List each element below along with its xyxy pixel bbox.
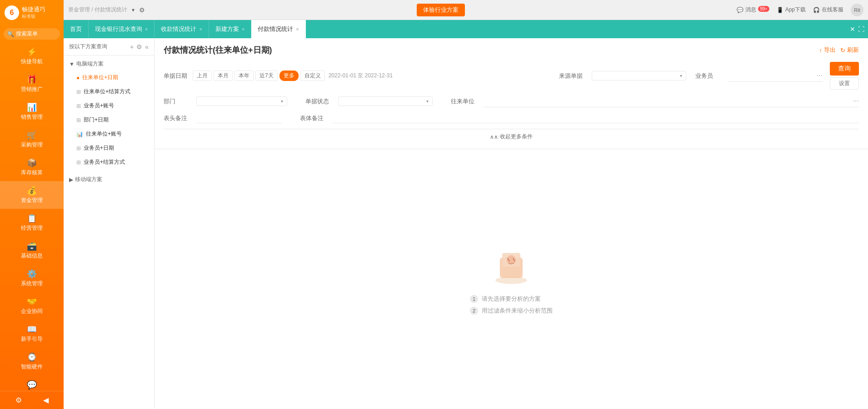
more-btn[interactable]: 更多 (279, 71, 299, 81)
this-year-btn[interactable]: 本年 (234, 71, 254, 81)
settings-bottom-btn[interactable]: ⚙ (15, 396, 22, 404)
salesperson-input[interactable]: ··· (728, 70, 823, 82)
source-doc-group: 来源单据 ▾ (559, 71, 686, 81)
query-btn[interactable]: 查询 (830, 62, 859, 76)
sidebar-item-guide[interactable]: 📖 新手引导 (0, 320, 64, 348)
date-range-text: 2022-01-01 至 2022-12-31 (329, 72, 393, 80)
head-note-input[interactable] (196, 113, 282, 123)
partner-group: 往来单位 ··· (451, 95, 859, 107)
basic-icon: 🗃️ (27, 241, 37, 251)
filter-setting-btn[interactable]: 设置 (830, 77, 859, 90)
scheme-item-partner-settle[interactable]: ⊞ 往来单位+结算方式 (64, 85, 154, 99)
filter-section: 付款情况统计(往来单位+日期) ↑ 导出 ↻ 刷新 单据日期 (155, 38, 868, 149)
hardware-icon: ⌚ (27, 352, 37, 362)
search-menu-input[interactable]: 🔍 搜索菜单 (4, 28, 60, 40)
sidebar-item-inventory[interactable]: 📦 库存核算 (0, 153, 64, 181)
content-area: 付款情况统计(往来单位+日期) ↑ 导出 ↻ 刷新 单据日期 (155, 38, 868, 409)
page-title-row: 付款情况统计(往来单位+日期) ↑ 导出 ↻ 刷新 (164, 45, 859, 56)
sidebar-item-sales[interactable]: 📊 销售管理 (0, 98, 64, 126)
refresh-btn[interactable]: ↻ 刷新 (840, 46, 859, 54)
sidebar-item-basic[interactable]: 🗃️ 基础信息 (0, 237, 64, 264)
close-tab-new-scheme[interactable]: × (242, 26, 244, 32)
salesperson-group: 业务员 ··· (695, 70, 823, 82)
sidebar-item-hardware[interactable]: ⌚ 智能硬件 (0, 348, 64, 375)
empty-illustration (489, 244, 534, 289)
desktop-group-title[interactable]: ▼ 电脑端方案 (64, 57, 154, 71)
tabbar: 首页 现金银行流水查询 × 收款情况统计 × 新建方案 × 付款情况统计 × ✕… (64, 20, 868, 38)
message-badge: 99+ (758, 6, 769, 12)
date-buttons-group: 上月 本月 本年 近7天 更多 自定义 2022-01-01 至 2022-12… (193, 71, 393, 81)
breadcrumb: 资金管理 / 付款情况统计 (68, 6, 127, 14)
collapse-sidebar-btn[interactable]: ◀ (43, 396, 49, 404)
close-tab-receipt-stats[interactable]: × (199, 26, 202, 32)
body-note-input[interactable] (333, 113, 859, 123)
logo-icon: 6 (5, 5, 19, 20)
collapse-filter-btn[interactable]: ∧∧ 收起更多条件 (164, 129, 859, 144)
last-month-btn[interactable]: 上月 (193, 71, 212, 81)
scheme-item-dept-date[interactable]: ⊞ 部门+日期 (64, 113, 154, 127)
sidebar-item-wechat[interactable]: 💬 企业微信 (0, 375, 64, 391)
empty-tips: 1 请先选择要分析的方案 2 用过滤条件来缩小分析范围 (470, 295, 553, 315)
scheme-header: 按以下方案查询 + ⚙ « (64, 38, 154, 56)
sidebar-item-enterprise[interactable]: 🤝 企业协同 (0, 292, 64, 320)
scheme-table-icon-2: ⊞ (76, 117, 81, 123)
tab-bank-flow[interactable]: 现金银行流水查询 × (89, 20, 155, 38)
sidebar-item-purchase[interactable]: 🛒 采购管理 (0, 126, 64, 153)
head-note-group: 表头备注 (164, 113, 282, 123)
message-icon: 💬 (737, 7, 743, 13)
scheme-settings-btn[interactable]: ⚙ (136, 43, 142, 50)
quick-nav-icon: ⚡ (27, 47, 37, 57)
filter-second-row: 部门 ▾ 单据状态 ▾ (164, 95, 859, 107)
close-tab-payment-stats[interactable]: × (296, 26, 299, 32)
tip-num-1: 1 (470, 295, 478, 303)
tab-new-scheme[interactable]: 新建方案 × (209, 20, 251, 38)
sidebar-item-quick-nav[interactable]: ⚡ 快捷导航 (0, 42, 64, 70)
scheme-panel: 按以下方案查询 + ⚙ « ▼ 电脑端方案 ● 往来单位+日期 ⊞ (64, 38, 155, 409)
breadcrumb-dropdown-btn[interactable]: ▾ (132, 7, 135, 13)
dept-select[interactable]: ▾ (196, 96, 287, 106)
sidebar-item-finance[interactable]: 💰 资金管理 (0, 181, 64, 209)
add-scheme-btn[interactable]: + (130, 43, 134, 50)
custom-btn[interactable]: 自定义 (300, 71, 325, 81)
export-btn[interactable]: ↑ 导出 (819, 46, 836, 54)
last-7days-btn[interactable]: 近7天 (255, 71, 278, 81)
scheme-item-salesperson-date[interactable]: ⊞ 业务员+日期 (64, 141, 154, 155)
topbar-gear-btn[interactable]: ⚙ (139, 6, 145, 14)
tab-home[interactable]: 首页 (64, 20, 89, 38)
doc-status-select[interactable]: ▾ (338, 96, 433, 106)
this-month-btn[interactable]: 本月 (214, 71, 233, 81)
close-tab-bank-flow[interactable]: × (145, 26, 148, 32)
close-window-btn[interactable]: ✕ (850, 25, 855, 33)
user-avatar[interactable]: Rit (851, 4, 863, 16)
online-service-btn[interactable]: 🎧 在线客服 (813, 6, 843, 14)
empty-tip-1: 1 请先选择要分析的方案 (470, 295, 553, 303)
desktop-group-arrow: ▼ (69, 61, 75, 67)
partner-dotdot: ··· (853, 97, 859, 105)
main-area: 资金管理 / 付款情况统计 ▾ ⚙ 体验行业方案 💬 消息 99+ 📱 App下… (64, 0, 868, 409)
sidebar-item-marketing[interactable]: 🎁 营销推广 (0, 70, 64, 98)
fullscreen-btn[interactable]: ⛶ (858, 25, 864, 33)
tab-payment-stats[interactable]: 付款情况统计 × (251, 20, 305, 38)
marketing-icon: 🎁 (27, 75, 37, 85)
scheme-item-salesperson-account[interactable]: ⊞ 业务员+账号 (64, 99, 154, 113)
partner-input[interactable]: ··· (484, 95, 859, 107)
collapse-scheme-btn[interactable]: « (145, 43, 149, 50)
scheme-item-salesperson-settle[interactable]: ⊞ 业务员+结算方式 (64, 155, 154, 169)
scheme-item-partner-account[interactable]: 📊 往来单位+账号 (64, 127, 154, 141)
page-content: 按以下方案查询 + ⚙ « ▼ 电脑端方案 ● 往来单位+日期 ⊞ (64, 38, 868, 409)
sidebar-item-system[interactable]: ⚙️ 系统管理 (0, 264, 64, 292)
mobile-group-title[interactable]: ▶ 移动端方案 (64, 173, 154, 186)
filter-third-row: 表头备注 表体备注 (164, 113, 859, 123)
app-download-btn[interactable]: 📱 App下载 (777, 6, 806, 14)
export-icon: ↑ (819, 47, 823, 54)
scheme-item-partner-date[interactable]: ● 往来单位+日期 (64, 71, 154, 85)
trial-industry-btn[interactable]: 体验行业方案 (417, 4, 465, 16)
mobile-scheme-group: ▶ 移动端方案 (64, 171, 154, 188)
source-doc-arrow: ▾ (680, 73, 682, 78)
tab-receipt-stats[interactable]: 收款情况统计 × (155, 20, 209, 38)
head-note-label: 表头备注 (164, 114, 193, 122)
sidebar-item-operation[interactable]: 📋 经营管理 (0, 209, 64, 237)
message-btn[interactable]: 💬 消息 99+ (737, 6, 769, 14)
source-doc-select[interactable]: ▾ (592, 71, 686, 81)
scheme-header-actions: + ⚙ « (130, 43, 149, 50)
